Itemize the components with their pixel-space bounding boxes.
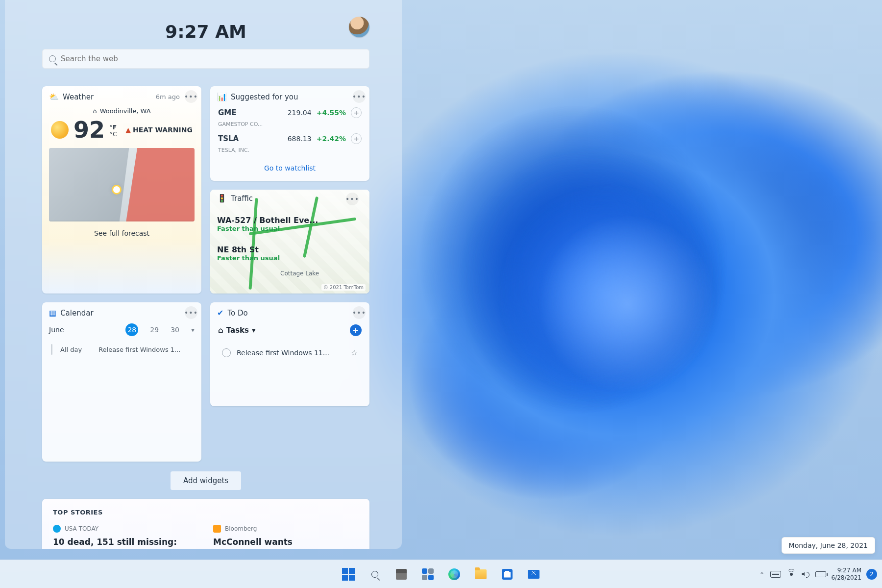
calendar-day-selected[interactable]: 28 [125, 323, 138, 336]
watchlist-link[interactable]: Go to watchlist [210, 156, 369, 181]
todo-list-selector[interactable]: Tasks + [210, 320, 369, 340]
calendar-event[interactable]: All day Release first Windows 1... [42, 341, 201, 358]
todo-item[interactable]: Release first Windows 11... ☆ [210, 340, 369, 365]
traffic-route-1: WA-527 / Bothell Eve... [217, 216, 363, 225]
weather-title: Weather [63, 93, 94, 101]
chevron-down-icon[interactable] [191, 326, 195, 334]
calendar-day[interactable]: 30 [171, 326, 179, 334]
volume-icon[interactable] [802, 571, 809, 578]
file-explorer-button[interactable] [470, 564, 491, 585]
stock-row[interactable]: GME 219.04 +4.55% + GAMESTOP CO... [210, 104, 369, 130]
search-box[interactable] [42, 49, 369, 69]
news-widget[interactable]: TOP STORIES USA TODAY 10 dead, 151 still… [42, 499, 369, 549]
add-task-button[interactable]: + [350, 324, 362, 336]
task-view-icon [396, 569, 407, 580]
todo-widget[interactable]: ✔ To Do ••• Tasks + Release first Window… [210, 302, 369, 406]
search-input[interactable] [61, 54, 363, 63]
warning-icon: ▲ [125, 126, 131, 134]
suggested-title: Suggested for you [231, 93, 298, 101]
more-icon[interactable]: ••• [353, 90, 366, 103]
suggested-header: 📊 Suggested for you ••• [210, 86, 369, 104]
unit-f[interactable]: °F [110, 124, 117, 131]
mail-button[interactable] [523, 564, 544, 585]
task-view-button[interactable] [391, 564, 412, 585]
news-story[interactable]: Bloomberg McConnell wants infrastructure… [213, 525, 359, 549]
calendar-day-row[interactable]: June 28 29 30 [42, 320, 201, 341]
suggested-widget[interactable]: 📊 Suggested for you ••• GME 219.04 +4.55… [210, 86, 369, 181]
stock-company: GAMESTOP CO... [218, 121, 283, 127]
start-button[interactable] [338, 564, 359, 585]
news-headline: McConnell wants infrastructure de-linked… [213, 537, 359, 549]
wifi-icon[interactable] [787, 571, 796, 578]
star-icon[interactable]: ☆ [351, 348, 358, 357]
widgets-clock: 9:27 AM [165, 22, 246, 42]
taskbar-right: ⌄ 9:27 AM 6/28/2021 2 [760, 560, 877, 588]
stock-row[interactable]: TSLA 688.13 +2.42% + TESLA, INC. [210, 130, 369, 156]
traffic-title: Traffic [231, 194, 253, 203]
news-headline: 10 dead, 151 still missing: What we know… [53, 537, 198, 549]
stock-symbol: GME [218, 108, 283, 117]
keyboard-icon[interactable] [770, 571, 781, 578]
calendar-header: ▦ Calendar ••• [42, 302, 201, 320]
notification-badge[interactable]: 2 [866, 569, 877, 580]
weather-units[interactable]: °F °C [110, 124, 117, 138]
traffic-route-2: NE 8th St [217, 245, 363, 254]
todo-list-name: Tasks [226, 326, 249, 335]
taskbar-center [338, 560, 544, 588]
home-icon [93, 107, 97, 115]
search-icon [49, 55, 56, 62]
news-story[interactable]: USA TODAY 10 dead, 151 still missing: Wh… [53, 525, 198, 549]
add-stock-button[interactable]: + [351, 133, 362, 144]
unit-c[interactable]: °C [110, 131, 117, 138]
widgets-header: 9:27 AM [42, 11, 369, 49]
edge-icon [448, 568, 460, 580]
home-icon [218, 326, 223, 335]
wallpaper-shape [500, 176, 755, 431]
source-icon [213, 525, 221, 533]
more-icon[interactable]: ••• [185, 306, 197, 319]
weather-location: Woodinville, WA [100, 107, 151, 115]
search-icon [371, 571, 378, 578]
traffic-widget[interactable]: 🚦 Traffic ••• WA-527 / Bothell Eve... Fa… [210, 190, 369, 294]
weather-map[interactable] [49, 148, 195, 221]
stock-price: 219.04 [288, 109, 312, 117]
add-widgets-button[interactable]: Add widgets [171, 471, 241, 490]
traffic-status-2: Faster than usual [217, 254, 363, 262]
see-forecast-link[interactable]: See full forecast [42, 221, 201, 246]
store-button[interactable] [496, 564, 518, 585]
weather-main: 92 °F °C ▲HEAT WARNING [42, 115, 201, 141]
calendar-month: June [49, 326, 64, 334]
battery-icon[interactable] [815, 571, 826, 577]
todo-item-text: Release first Windows 11... [237, 349, 329, 357]
folder-icon [475, 569, 487, 579]
traffic-header: 🚦 Traffic ••• [217, 194, 363, 203]
weather-header: ⛅ Weather 6m ago ••• [42, 86, 201, 104]
weather-icon: ⛅ [49, 92, 59, 101]
more-icon[interactable]: ••• [346, 193, 359, 205]
event-bar [51, 344, 52, 355]
stock-change: +2.42% [317, 135, 346, 143]
tray-overflow-icon[interactable]: ⌄ [760, 571, 764, 578]
taskbar: ⌄ 9:27 AM 6/28/2021 2 [0, 560, 882, 588]
taskbar-clock[interactable]: 9:27 AM 6/28/2021 [831, 567, 861, 581]
news-source: USA TODAY [65, 525, 98, 532]
more-icon[interactable]: ••• [353, 306, 366, 319]
more-icon[interactable]: ••• [185, 90, 197, 103]
widgets-button[interactable] [417, 564, 439, 585]
user-avatar[interactable] [349, 17, 369, 37]
taskbar-search-button[interactable] [364, 564, 386, 585]
calendar-day[interactable]: 29 [150, 326, 159, 334]
add-stock-button[interactable]: + [351, 107, 362, 118]
chevron-down-icon[interactable] [252, 326, 256, 335]
weather-widget[interactable]: ⛅ Weather 6m ago ••• Woodinville, WA 92 … [42, 86, 201, 294]
edge-button[interactable] [443, 564, 465, 585]
calendar-widget[interactable]: ▦ Calendar ••• June 28 29 30 All day Rel… [42, 302, 201, 462]
weather-updated: 6m ago [156, 93, 180, 100]
todo-icon: ✔ [217, 308, 223, 318]
taskbar-date: 6/28/2021 [831, 574, 861, 581]
map-pin-icon [113, 186, 120, 193]
sun-icon [51, 121, 69, 139]
system-tray[interactable]: ⌄ [760, 571, 826, 578]
todo-checkbox[interactable] [222, 348, 231, 357]
map-place-label: Cottage Lake [280, 270, 319, 277]
